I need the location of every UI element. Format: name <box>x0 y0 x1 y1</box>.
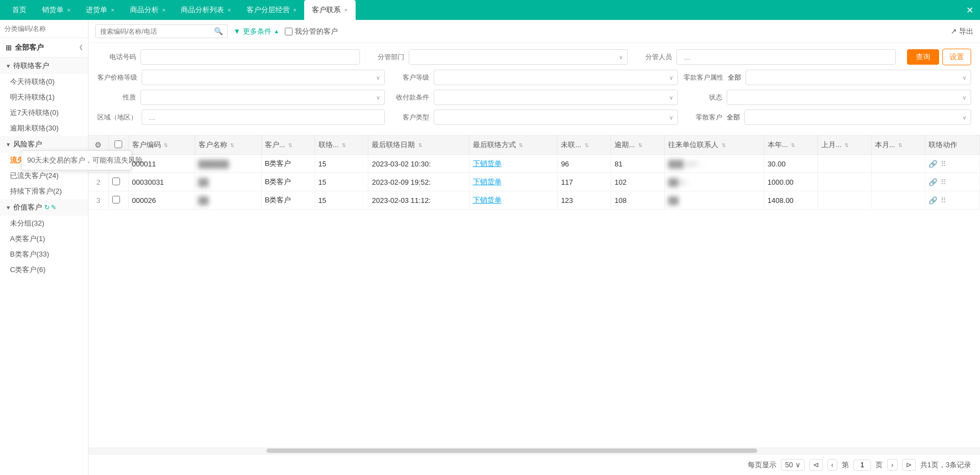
search-submit-icon[interactable]: 🔍 <box>214 27 223 35</box>
tab-purchase[interactable]: 进货单 × <box>78 0 122 20</box>
action-link-icon-1[interactable]: 🔗 <box>929 178 937 186</box>
action-more-icon-1[interactable]: ⠿ <box>941 178 946 186</box>
scrollbar-thumb[interactable] <box>267 448 757 453</box>
sort-not-contacted-icon[interactable]: ⇅ <box>585 143 589 148</box>
row-last-method-0[interactable]: 下销货单 <box>469 155 557 173</box>
my-customer-checkbox[interactable] <box>285 28 293 35</box>
horizontal-scrollbar[interactable] <box>88 447 980 454</box>
sort-last-date-icon[interactable]: ⇅ <box>418 143 423 148</box>
sort-name-icon[interactable]: ⇅ <box>230 143 234 148</box>
sidebar-item-churned[interactable]: 已流失客户(24) <box>0 168 88 184</box>
row-last-method-2[interactable]: 下销货单 <box>469 191 557 210</box>
tab-customer-layer[interactable]: 客户分层经营 × <box>239 0 304 20</box>
sidebar-item-unclassified[interactable]: 未分组(32) <box>0 216 88 231</box>
edit-icon[interactable]: ✎ <box>51 203 56 211</box>
sidebar-search-wrap: 🔍 <box>0 20 88 38</box>
sidebar-item-class-a[interactable]: A类客户(1) <box>0 231 88 247</box>
arrow-down-icon-3: ▼ <box>6 205 11 211</box>
row-last-date-2: 2023-02-03 11:12: <box>368 191 469 210</box>
refresh-icon[interactable]: ↻ <box>44 203 50 211</box>
sidebar-item-class-c[interactable]: C类客户(6) <box>0 262 88 278</box>
sidebar-item-class-b[interactable]: B类客户(33) <box>0 247 88 262</box>
tab-product-analysis[interactable]: 商品分析 × <box>122 0 173 20</box>
action-more-icon-2[interactable]: ⠿ <box>941 196 946 205</box>
collapse-icon[interactable]: 《 <box>76 44 82 52</box>
my-customer-checkbox-wrap[interactable]: 我分管的客户 <box>285 27 338 36</box>
manager-select[interactable]: ... <box>676 49 896 65</box>
tab-product-analysis-list[interactable]: 商品分析列表 × <box>173 0 238 20</box>
level-select[interactable]: ∨ <box>434 70 678 85</box>
per-page-select[interactable]: 50 ∨ <box>781 459 804 471</box>
last-page-btn[interactable]: ⊳ <box>902 459 916 471</box>
close-purchase-tab[interactable]: × <box>111 7 114 13</box>
row-select-checkbox-2[interactable] <box>112 196 120 203</box>
first-page-btn[interactable]: ⊲ <box>809 459 823 471</box>
sort-this-year-icon[interactable]: ⇅ <box>791 143 795 148</box>
close-customer-layer-tab[interactable]: × <box>293 7 296 13</box>
row-actions-1: 🔗 ⠿ <box>925 173 979 191</box>
action-link-icon-0[interactable]: 🔗 <box>929 160 937 168</box>
action-more-icon-0[interactable]: ⠿ <box>941 160 946 168</box>
sidebar-search-input[interactable] <box>4 25 87 33</box>
sidebar-item-today[interactable]: 今天待联络(0) <box>0 74 88 90</box>
sidebar-group-pending[interactable]: ▼ 待联络客户 <box>0 58 88 74</box>
page-suffix: 页 <box>875 460 883 470</box>
tab-customer-contact[interactable]: 客户联系 × <box>304 0 355 20</box>
sidebar-item-declining[interactable]: 持续下滑客户(2) <box>0 184 88 199</box>
search-input[interactable] <box>100 28 212 35</box>
row-select-checkbox-1[interactable] <box>112 178 120 185</box>
sort-contact-person-icon[interactable]: ⇅ <box>722 143 726 148</box>
more-filter-btn[interactable]: ▼ 更多条件 ▲ <box>233 27 279 36</box>
zero-attr-select[interactable]: ∨ <box>746 70 971 85</box>
sidebar-item-tomorrow[interactable]: 明天待联络(1) <box>0 90 88 105</box>
region-dots-icon[interactable]: ... <box>147 113 158 122</box>
setting-button[interactable]: 设置 <box>942 49 971 65</box>
sort-last-month-icon[interactable]: ⇅ <box>845 143 849 148</box>
sidebar-group-value[interactable]: ▼ 价值客户 ↻ ✎ <box>0 199 88 216</box>
sort-contact-icon[interactable]: ⇅ <box>342 143 346 148</box>
phone-input[interactable] <box>140 49 360 65</box>
gender-select[interactable]: ∨ <box>140 90 385 105</box>
search-input-wrap: 🔍 <box>95 24 228 38</box>
export-btn[interactable]: ↗ 导出 <box>951 27 973 36</box>
grid-icon: ⊞ <box>6 44 12 52</box>
prev-page-btn[interactable]: ‹ <box>827 459 837 471</box>
tab-home[interactable]: 首页 <box>4 0 34 20</box>
table-header-row: ⚙ 客户编码 ⇅ 客户名称 ⇅ <box>88 135 980 155</box>
dots-icon[interactable]: ... <box>681 53 692 61</box>
sort-code-icon[interactable]: ⇅ <box>164 143 168 148</box>
retail-select[interactable]: ∨ <box>744 109 971 125</box>
sidebar-item-overdue-contact[interactable]: 逾期未联络(30) <box>0 121 88 136</box>
row-last-method-1[interactable]: 下销货单 <box>469 173 557 191</box>
select-all-checkbox[interactable] <box>114 140 122 148</box>
per-page-value: 50 <box>785 461 793 469</box>
region-select[interactable]: ... <box>142 109 385 125</box>
close-customer-contact-tab[interactable]: × <box>344 7 347 13</box>
page-input[interactable] <box>853 460 871 471</box>
gear-settings-icon[interactable]: ⚙ <box>95 140 102 149</box>
sidebar-item-7days[interactable]: 近7天待联络(0) <box>0 105 88 121</box>
next-page-btn[interactable]: › <box>887 459 897 471</box>
row-contact-count-2: 15 <box>315 191 368 210</box>
sort-level-icon[interactable]: ⇅ <box>288 143 293 148</box>
sidebar: 🔍 ⊞ 全部客户 《 ▼ 待联络客户 今天待联络(0) 明天待联络(1) 近7天… <box>0 20 88 475</box>
sort-this-month-icon[interactable]: ⇅ <box>898 143 903 148</box>
sidebar-all-customers[interactable]: ⊞ 全部客户 《 <box>0 38 88 58</box>
close-product-analysis-list-tab[interactable]: × <box>227 7 231 13</box>
dept-select[interactable]: ∨ <box>409 49 628 65</box>
query-button[interactable]: 查询 <box>907 49 939 65</box>
sort-overdue-icon[interactable]: ⇅ <box>638 143 643 148</box>
row-not-contacted-2: 123 <box>557 191 611 210</box>
status-select[interactable]: ∨ <box>727 90 971 105</box>
payment-select[interactable]: ∨ <box>434 90 678 105</box>
close-product-analysis-tab[interactable]: × <box>162 7 165 13</box>
customer-type-select[interactable]: ∨ <box>434 109 678 125</box>
sort-last-method-icon[interactable]: ⇅ <box>519 143 523 148</box>
window-close-btn[interactable]: ✕ <box>966 5 973 15</box>
action-link-icon-2[interactable]: 🔗 <box>929 196 937 205</box>
chevron-down-icon-7: ∨ <box>962 95 966 101</box>
tab-sales[interactable]: 销货单 × <box>34 0 78 20</box>
price-level-select[interactable]: ∨ <box>142 70 385 85</box>
row-this-month-2 <box>871 191 925 210</box>
close-sales-tab[interactable]: × <box>67 7 70 13</box>
